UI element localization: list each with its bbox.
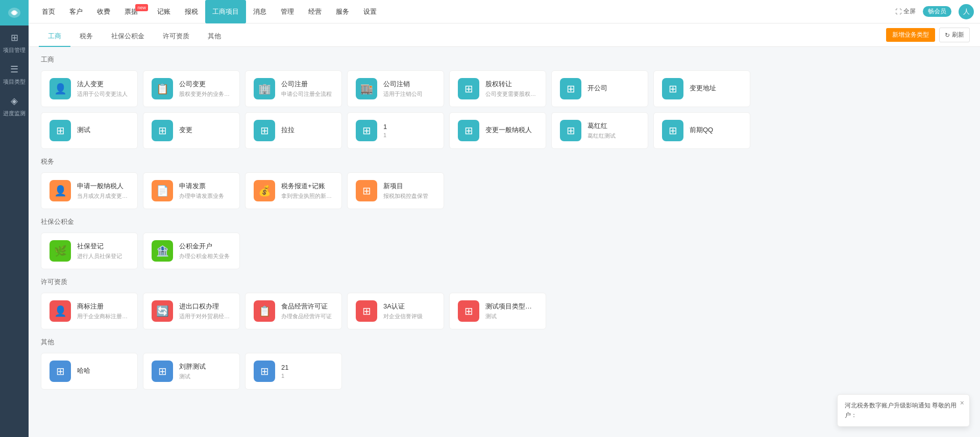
card-haha[interactable]: ⊞ 哈哈 [41,353,138,390]
card-grid-industry-2: ⊞ 测试 ⊞ 变更 ⊞ 拉拉 [41,112,968,149]
card-open-company[interactable]: ⊞ 开公司 [551,70,648,107]
tab-permit[interactable]: 许可资质 [154,27,199,47]
card-title-3a-cert: 3A认证 [383,302,435,311]
nav-bookkeeping[interactable]: 记账 [150,0,178,23]
card-twenty-one[interactable]: ⊞ 21 1 [245,353,342,390]
card-test-type[interactable]: ⊞ 测试项目类型目定义 测试 [449,293,546,329]
new-type-button[interactable]: 新增业务类型 [886,28,935,42]
card-change-taxpayer[interactable]: ⊞ 变更一般纳税人 [449,112,546,149]
card-icon-change: ⊞ [152,120,173,141]
section-title-industry: 工商 [41,55,968,64]
card-icon-ge-hong-hong: ⊞ [560,120,581,141]
top-nav: 首页 客户 收费 票据 new 记账 报税 工商项目 消息 管理 经营 服务 设… [29,0,980,23]
card-grid-tax: 👤 申请一般纳税人 当月或次月成变更完成 📄 申请发票 办理申请发票业务 💰 [41,172,968,209]
card-icon-one: ⊞ [356,120,377,141]
card-desc-equity-transfer: 公司变更需要股权转让 [485,90,537,98]
fullscreen-btn[interactable]: ⛶ 全屏 [895,7,916,16]
card-3a-cert[interactable]: ⊞ 3A认证 对企业信誉评级 [347,293,444,329]
card-icon-twenty-one: ⊞ [254,361,275,382]
nav-ticket[interactable]: 票据 new [117,0,150,23]
svg-point-1 [12,11,16,15]
card-change[interactable]: ⊞ 变更 [143,112,240,149]
tab-industry[interactable]: 工商 [39,27,70,47]
card-lala[interactable]: ⊞ 拉拉 [245,112,342,149]
card-title-apply-taxpayer: 申请一般纳税人 [77,182,129,191]
card-company-cancel[interactable]: 🏬 公司注销 适用于注销公司 [347,70,444,107]
card-ge-hong-hong[interactable]: ⊞ 葛红红 葛红红测试 [551,112,648,149]
card-title-import-export: 进出口权办理 [179,302,231,311]
sidebar-item-progress-monitor[interactable]: ◈ 进度监测 [0,89,29,120]
card-new-project[interactable]: ⊞ 新项目 报税加税控盘保管 [347,172,444,209]
nav-message[interactable]: 消息 [246,0,274,23]
nav-operation[interactable]: 经营 [301,0,329,23]
card-icon-company-cancel: 🏬 [356,78,377,99]
card-front-qq[interactable]: ⊞ 前期QQ [653,112,750,149]
card-liu-pang-test[interactable]: ⊞ 刘胖测试 测试 [143,353,240,390]
card-title-open-company: 开公司 [587,84,640,93]
sidebar: ⊞ 项目管理 ☰ 项目类型 ◈ 进度监测 [0,0,29,437]
refresh-button[interactable]: ↻ 刷新 [939,28,970,42]
card-desc-new-project: 报税加税控盘保管 [383,192,435,200]
nav-industry[interactable]: 工商项目 [205,0,246,23]
nav-settings[interactable]: 设置 [356,0,384,23]
notification-popup: × 河北税务数字账户升级影响通知 尊敬的用户： [837,394,970,427]
card-desc-company-cancel: 适用于注销公司 [383,90,435,98]
card-food-permit[interactable]: 📋 食品经营许可证 办理食品经营许可证 [245,293,342,329]
card-social-register[interactable]: 🌿 社保登记 进行人员社保登记 [41,233,138,269]
card-trademark[interactable]: 👤 商标注册 用于企业商标注册服务 [41,293,138,329]
card-tax-bookkeep[interactable]: 💰 税务报道+记账 拿到营业执照的新公司 [245,172,342,209]
card-apply-invoice[interactable]: 📄 申请发票 办理申请发票业务 [143,172,240,209]
nav-customer[interactable]: 客户 [62,0,90,23]
card-test[interactable]: ⊞ 测试 [41,112,138,149]
card-icon-new-project: ⊞ [356,180,377,201]
card-equity-transfer[interactable]: ⊞ 股权转让 公司变更需要股权转让 [449,70,546,107]
card-import-export[interactable]: 🔄 进出口权办理 适用于对外贸易经营者 [143,293,240,329]
sidebar-item-project-manage-label: 项目管理 [3,46,26,54]
card-company-change[interactable]: 📋 公司变更 股权变更外的业务变更 [143,70,240,107]
nav-billing[interactable]: 收费 [90,0,117,23]
scroll-content: 工商 👤 法人变更 适用于公司变更法人 📋 公司变更 股权变更外的业务变更 [29,47,980,437]
sidebar-item-project-type-label: 项目类型 [3,78,26,86]
card-apply-taxpayer[interactable]: 👤 申请一般纳税人 当月或次月成变更完成 [41,172,138,209]
card-title-company-register: 公司注册 [281,80,333,89]
card-desc-company-change: 股权变更外的业务变更 [179,90,231,98]
card-title-apply-invoice: 申请发票 [179,182,231,191]
tab-social[interactable]: 社保公积金 [102,27,154,47]
tab-other[interactable]: 其他 [199,27,230,47]
notification-close-button[interactable]: × [960,399,964,407]
nav-service[interactable]: 服务 [329,0,356,23]
card-one[interactable]: ⊞ 1 1 [347,112,444,149]
card-title-change-taxpayer: 变更一般纳税人 [485,125,537,135]
fullscreen-icon: ⛶ [895,8,901,15]
card-fund-open[interactable]: 🏦 公积金开户 办理公积金相关业务 [143,233,240,269]
card-title-equity-transfer: 股权转让 [485,80,537,89]
tab-tax[interactable]: 税务 [70,27,102,47]
card-desc-trademark: 用于企业商标注册服务 [77,313,129,320]
card-legal-change[interactable]: 👤 法人变更 适用于公司变更法人 [41,70,138,107]
nav-manage[interactable]: 管理 [274,0,301,23]
card-desc-apply-invoice: 办理申请发票业务 [179,192,231,200]
card-desc-3a-cert: 对企业信誉评级 [383,313,435,320]
section-title-permit: 许可资质 [41,277,968,287]
card-icon-equity-transfer: ⊞ [458,78,479,99]
nav-home[interactable]: 首页 [35,0,62,23]
main-area: 首页 客户 收费 票据 new 记账 报税 工商项目 消息 管理 经营 服务 设… [29,0,980,437]
sidebar-item-project-manage[interactable]: ⊞ 项目管理 [0,25,29,57]
card-title-ge-hong-hong: 葛红红 [587,121,640,131]
card-change-address[interactable]: ⊞ 变更地址 [653,70,750,107]
section-title-social: 社保公积金 [41,217,968,226]
sidebar-item-project-type[interactable]: ☰ 项目类型 [0,57,29,89]
card-company-register[interactable]: 🏢 公司注册 申请公司注册全流程 [245,70,342,107]
card-title-food-permit: 食品经营许可证 [281,302,333,311]
card-icon-test: ⊞ [50,120,71,141]
card-title-front-qq: 前期QQ [690,125,742,135]
content-area: 工商 税务 社保公积金 许可资质 其他 新增业务类型 ↻ 刷新 工商 👤 [29,23,980,437]
nav-tax[interactable]: 报税 [178,0,205,23]
avatar[interactable]: 人 [959,4,974,19]
card-title-lala: 拉拉 [281,125,333,135]
card-title-change: 变更 [179,125,231,135]
card-icon-food-permit: 📋 [254,300,275,322]
vip-button[interactable]: 畅会员 [923,6,951,17]
section-title-other: 其他 [41,338,968,347]
card-desc-liu-pang-test: 测试 [179,373,231,380]
